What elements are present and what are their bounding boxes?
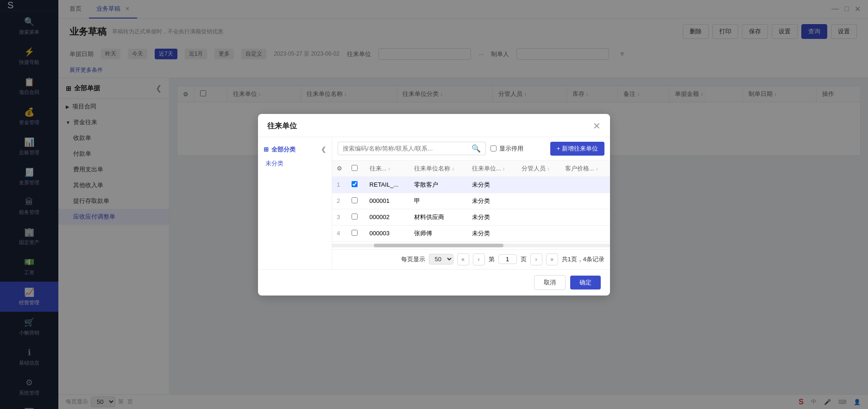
dialog-confirm-btn[interactable]: 确定 xyxy=(570,276,601,289)
row-manager xyxy=(517,176,560,193)
dialog-table-row[interactable]: 2 000001 甲 未分类 xyxy=(332,193,610,209)
current-page-input[interactable] xyxy=(498,254,517,264)
dialog-overlay: 往来单位 ✕ ⊞ 全部分类 ❮ 未分类 xyxy=(0,0,868,409)
show-disabled-label: 显示停用 xyxy=(491,145,523,153)
first-page-btn[interactable]: « xyxy=(457,253,469,265)
row-num: 3 xyxy=(332,209,347,225)
dth-settings: ⚙ xyxy=(332,161,347,177)
dialog-search-box: 🔍 xyxy=(338,142,486,155)
row-name: 张师傅 xyxy=(409,225,467,241)
dialog-right: 🔍 显示停用 + 新增往来单位 ⚙ xyxy=(332,137,610,269)
dialog-pagination: 每页显示 50 « ‹ 第 页 › » 共1页，4条记录 xyxy=(332,249,610,269)
row-category: 未分类 xyxy=(467,209,517,225)
dialog-body: ⊞ 全部分类 ❮ 未分类 🔍 显示停用 xyxy=(258,137,610,269)
dialog-category-header: ⊞ 全部分类 ❮ xyxy=(258,143,332,157)
dialog-scrollbar-thumb[interactable] xyxy=(374,244,503,247)
row-code: RETAIL_... xyxy=(365,176,410,193)
dialog-table-body: 1 RETAIL_... 零散客户 未分类 2 xyxy=(332,176,610,241)
dialog-table-row[interactable]: 3 000002 材料供应商 未分类 xyxy=(332,209,610,225)
prev-page-btn[interactable]: ‹ xyxy=(473,253,485,265)
row-category: 未分类 xyxy=(467,176,517,193)
next-page-btn[interactable]: › xyxy=(530,253,542,265)
dialog-search-icon: 🔍 xyxy=(472,144,481,153)
row-num: 4 xyxy=(332,225,347,241)
grid-icon-small: ⊞ xyxy=(264,146,269,153)
row-price xyxy=(560,193,610,209)
row-code: 000002 xyxy=(365,209,410,225)
page-label: 第 xyxy=(489,255,495,264)
row-price xyxy=(560,176,610,193)
dialog-footer: 取消 确定 xyxy=(258,269,610,296)
row-name: 零散客户 xyxy=(409,176,467,193)
dialog-title: 往来单位 xyxy=(267,121,297,131)
dialog-categories: ⊞ 全部分类 ❮ 未分类 xyxy=(258,137,332,269)
row-checkbox[interactable] xyxy=(352,197,358,203)
last-page-btn[interactable]: » xyxy=(546,253,558,265)
row-checkbox[interactable] xyxy=(352,214,358,220)
row-select xyxy=(347,225,365,241)
row-code: 000001 xyxy=(365,193,410,209)
dth-select xyxy=(347,161,365,177)
dialog-table: ⚙ 往来... ↕ 往来单位名称 ↕ 往来单位... ↕ 分管人员 ↕ 客户价格… xyxy=(332,161,610,242)
show-disabled-checkbox[interactable] xyxy=(491,145,497,151)
row-num: 2 xyxy=(332,193,347,209)
dialog-select-all[interactable] xyxy=(352,165,358,171)
page-unit: 页 xyxy=(521,255,527,264)
dialog-table-row[interactable]: 4 000003 张师傅 未分类 xyxy=(332,225,610,241)
row-name: 甲 xyxy=(409,193,467,209)
row-checkbox[interactable] xyxy=(352,230,358,236)
row-category: 未分类 xyxy=(467,225,517,241)
partner-dialog: 往来单位 ✕ ⊞ 全部分类 ❮ 未分类 xyxy=(258,114,610,296)
collapse-category-btn[interactable]: ❮ xyxy=(321,146,326,153)
dth-name: 往来单位名称 ↕ xyxy=(409,161,467,177)
add-partner-btn[interactable]: + 新增往来单位 xyxy=(550,142,604,156)
dth-manager: 分管人员 ↕ xyxy=(517,161,560,177)
row-code: 000003 xyxy=(365,225,410,241)
dth-category: 往来单位... ↕ xyxy=(467,161,517,177)
dialog-toolbar: 🔍 显示停用 + 新增往来单位 xyxy=(332,137,610,161)
dialog-search-input[interactable] xyxy=(343,145,469,152)
dialog-header: 往来单位 ✕ xyxy=(258,114,610,137)
dialog-table-row[interactable]: 1 RETAIL_... 零散客户 未分类 xyxy=(332,176,610,193)
dialog-close-btn[interactable]: ✕ xyxy=(593,121,601,131)
row-select xyxy=(347,193,365,209)
row-price xyxy=(560,209,610,225)
page-size-label: 每页显示 xyxy=(401,255,425,264)
dth-price: 客户价格... ↕ xyxy=(560,161,610,177)
dialog-table-header: ⚙ 往来... ↕ 往来单位名称 ↕ 往来单位... ↕ 分管人员 ↕ 客户价格… xyxy=(332,161,610,177)
row-manager xyxy=(517,193,560,209)
row-manager xyxy=(517,225,560,241)
row-name: 材料供应商 xyxy=(409,209,467,225)
row-price xyxy=(560,225,610,241)
dialog-page-size-select[interactable]: 50 xyxy=(429,254,453,264)
dialog-category-unclassified[interactable]: 未分类 xyxy=(258,157,332,170)
total-label: 共1页，4条记录 xyxy=(562,255,604,264)
row-select xyxy=(347,176,365,193)
dth-code: 往来... ↕ xyxy=(365,161,410,177)
row-manager xyxy=(517,209,560,225)
row-select xyxy=(347,209,365,225)
row-category: 未分类 xyxy=(467,193,517,209)
row-checkbox[interactable] xyxy=(352,181,358,187)
row-num: 1 xyxy=(332,176,347,193)
dialog-cancel-btn[interactable]: 取消 xyxy=(534,275,566,290)
dialog-table-wrap: ⚙ 往来... ↕ 往来单位名称 ↕ 往来单位... ↕ 分管人员 ↕ 客户价格… xyxy=(332,161,610,242)
dialog-scrollbar[interactable] xyxy=(332,244,610,247)
